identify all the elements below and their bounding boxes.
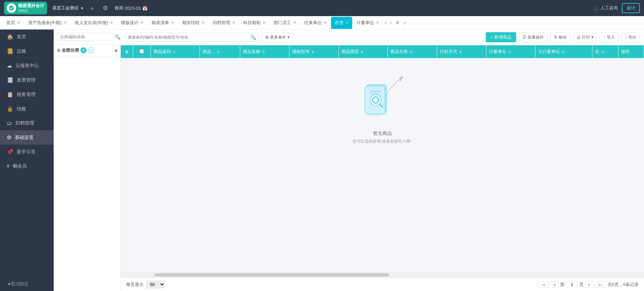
per-page-label: 每页显示 (126, 282, 144, 288)
add-product-label: + 新增商品 (490, 34, 512, 40)
sidebar-item-home[interactable]: 🏠 首页 (0, 30, 54, 44)
product-search-button[interactable]: 🔍 (250, 35, 256, 40)
category-collapse-button[interactable]: ◀ (114, 48, 117, 53)
tab-balance-sheet-label: 资产负债表(中期) (28, 20, 62, 26)
tab-department-close[interactable]: ✕ (293, 20, 296, 25)
account-button[interactable]: 会计 (622, 3, 640, 13)
sort-price-icon[interactable]: ⇅ (459, 50, 462, 54)
col-unit: 计量单位 ⇅ (486, 45, 535, 58)
period-label: 账期 (115, 5, 123, 11)
last-page-button[interactable]: ▶| (596, 281, 606, 288)
logo-sub: 旗舰版 (18, 8, 44, 13)
tab-unit[interactable]: 计量单位 ✕ (353, 17, 383, 29)
sidebar-item-home-label: 首页 (17, 34, 26, 40)
empty-subtitle: 您可以选择新增,或者直接导入哦~ (353, 139, 412, 144)
tab-home[interactable]: 首页 ✕ (3, 17, 24, 29)
grid-icon: ⊞ (57, 48, 60, 53)
first-page-button[interactable]: |◀ (538, 281, 548, 288)
sidebar-item-invoice[interactable]: 🧾 发票管理 (0, 73, 54, 87)
horizontal-scrollbar[interactable] (121, 272, 644, 278)
move-button[interactable]: ⇅ 移动 (550, 33, 570, 42)
sort-extra-icon[interactable]: ⇅ (601, 50, 604, 54)
tab-inventory-close[interactable]: ✕ (345, 20, 348, 25)
tab-department[interactable]: 部门员工 ✕ (270, 17, 300, 29)
logo: 畅捷通好会计 旗舰版 (4, 2, 47, 14)
batch-action-button[interactable]: ☰ 批量操作 (519, 33, 547, 42)
page-input[interactable] (566, 281, 578, 288)
tab-scroll-right[interactable]: › (389, 20, 393, 26)
col-barcode: 商品条码 ⇅ (151, 45, 200, 58)
tab-home-close[interactable]: ✕ (17, 20, 20, 25)
sort-category-icon[interactable]: ⇅ (410, 50, 413, 54)
scrollbar-thumb[interactable] (154, 273, 389, 277)
sort-unit-icon[interactable]: ⇅ (508, 50, 511, 54)
add-tab-button[interactable]: ＋ (87, 3, 98, 13)
sort-barcode-icon[interactable]: ⇅ (173, 50, 175, 54)
sort-code-icon[interactable]: ⇅ (217, 50, 220, 54)
toolbar: 🔍 ⊞ 更多条件 ▾ + 新增商品 ☰ 批量操作 ⇅ (121, 30, 644, 45)
tab-tax[interactable]: 税表清单 ✕ (148, 17, 178, 29)
headset-icon: 🎧 (594, 6, 599, 11)
tab-income-close[interactable]: ✕ (110, 20, 113, 25)
sort-spec-icon[interactable]: ⇅ (312, 50, 314, 54)
sidebar-pin-toggle[interactable]: ◄取消固定 (0, 277, 54, 291)
tab-close-all[interactable]: ✕ (394, 19, 401, 26)
tab-period[interactable]: 期末结转 ✕ (178, 17, 208, 29)
settings-icon[interactable]: ⚙ (100, 3, 111, 13)
tab-unit-close[interactable]: ✕ (376, 20, 379, 25)
member-icon: V (7, 164, 9, 168)
tab-balance-sheet[interactable]: 资产负债表(中期) ✕ (24, 17, 70, 29)
sidebar-item-reports[interactable]: ☁ 云报表中心 (0, 58, 54, 73)
col-unit-label: 计量单位 (489, 49, 506, 54)
tab-income[interactable]: 收入支出表(年报) ✕ (71, 17, 117, 29)
sidebar-item-tax[interactable]: 📋 税务管理 (0, 87, 54, 102)
tab-bar: 首页 ✕ 资产负债表(中期) ✕ 收入支出表(年报) ✕ 模版设计 ✕ 税表清单… (0, 16, 644, 30)
category-edit-button[interactable]: ✎ (88, 47, 94, 53)
tab-balance-sheet-close[interactable]: ✕ (64, 20, 67, 25)
tab-contacts-close[interactable]: ✕ (324, 20, 327, 25)
sidebar-item-close[interactable]: 🔒 结账 (0, 102, 54, 116)
per-page-select[interactable]: 10 20 50 100 (146, 281, 165, 288)
company-selector[interactable]: 基层工会测试 ▼ (52, 5, 84, 11)
sort-main-unit-icon[interactable]: ⇅ (562, 50, 565, 54)
cloud-icon: ☁ (7, 62, 12, 69)
tab-maximize[interactable]: ⤢ (401, 20, 408, 26)
tab-subject[interactable]: 科目期初 ✕ (239, 17, 269, 29)
export-icon: ↓ (625, 35, 627, 40)
ai-consult-button[interactable]: 🎧 人工咨询 (594, 5, 618, 11)
sidebar-item-guide[interactable]: 📌 新手引导 (0, 145, 54, 159)
sidebar-item-member[interactable]: V 畅会员 (0, 159, 54, 173)
col-settings[interactable]: ⚙ (121, 45, 133, 58)
tab-inventory[interactable]: 存货 ✕ (331, 17, 352, 29)
ai-consult-label: 人工咨询 (600, 5, 618, 11)
export-button[interactable]: ↓ 导出 (621, 33, 640, 42)
calendar-icon[interactable]: 📅 (142, 6, 148, 11)
sidebar-item-close-label: 结账 (17, 106, 26, 112)
sidebar-item-tax-label: 税务管理 (17, 92, 36, 98)
tab-period-close[interactable]: ✕ (202, 20, 205, 25)
tab-template[interactable]: 模版设计 ✕ (117, 17, 147, 29)
tab-scroll-left[interactable]: ‹ (383, 20, 388, 26)
import-button[interactable]: ↑ 导入 (600, 33, 619, 42)
select-all-checkbox[interactable] (140, 49, 144, 53)
sidebar-item-settings[interactable]: ⚙ 基础设置 (0, 130, 54, 145)
prev-page-button[interactable]: ◀ (549, 281, 559, 288)
add-product-button[interactable]: + 新增商品 (486, 32, 516, 42)
tab-template-close[interactable]: ✕ (141, 20, 144, 25)
tab-subject-close[interactable]: ✕ (263, 20, 266, 25)
category-search-input[interactable] (57, 33, 113, 41)
product-search-input[interactable] (128, 35, 249, 40)
tab-tax-close[interactable]: ✕ (171, 20, 174, 25)
category-search-button[interactable]: 🔍 (115, 34, 120, 40)
sidebar-item-archive[interactable]: 🗂 归档管理 (0, 116, 54, 130)
sort-type-icon[interactable]: ⇅ (361, 50, 363, 54)
tab-contacts[interactable]: 往来单位 ✕ (301, 17, 330, 29)
unpin-label: ◄取消固定 (7, 281, 29, 287)
more-filters-button[interactable]: ⊞ 更多条件 ▾ (262, 33, 293, 42)
sidebar-item-ledger[interactable]: 📒 总账 (0, 44, 54, 58)
next-page-button[interactable]: ▶ (585, 281, 594, 288)
sort-name-icon[interactable]: ⇅ (262, 50, 265, 54)
print-button[interactable]: 🖨 打印 ▾ (573, 33, 597, 42)
tab-archive[interactable]: 归档管理 ✕ (209, 17, 239, 29)
tab-archive-close[interactable]: ✕ (232, 20, 235, 25)
